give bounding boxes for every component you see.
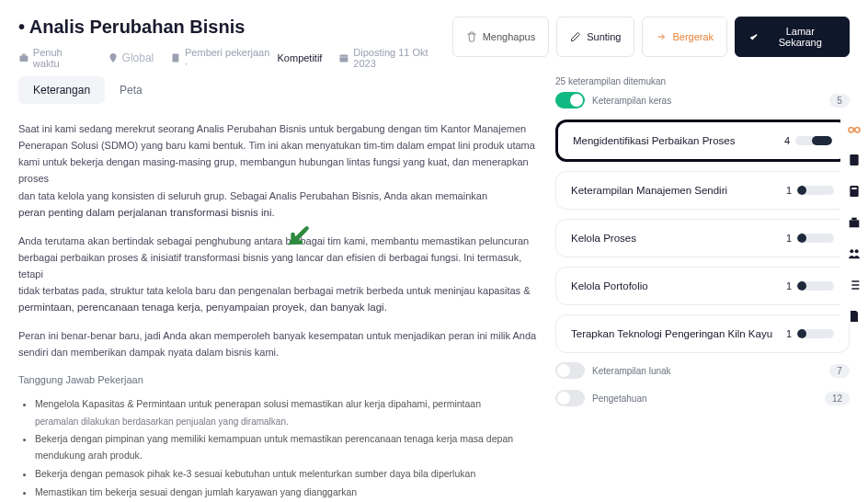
responsibilities-list: Mengelola Kapasitas & Permintaan untuk p… bbox=[18, 396, 537, 502]
job-title: • Analis Perubahan Bisnis bbox=[18, 17, 452, 38]
svg-rect-2 bbox=[340, 55, 348, 63]
edit-button[interactable]: Sunting bbox=[556, 17, 634, 57]
skill-card[interactable]: Kelola Proses 1 bbox=[555, 219, 850, 257]
skill-group-soft[interactable]: Keterampilan lunak 7 bbox=[555, 362, 850, 379]
svg-rect-10 bbox=[851, 188, 856, 189]
toggle-hard-skills[interactable] bbox=[555, 92, 585, 108]
building-icon bbox=[170, 52, 181, 63]
svg-rect-12 bbox=[851, 218, 856, 221]
building-icon[interactable] bbox=[847, 215, 862, 230]
posted-meta: Diposting 11 Okt 2023 bbox=[338, 47, 451, 69]
right-sidebar bbox=[840, 116, 868, 324]
tab-description[interactable]: Keterangan bbox=[18, 76, 105, 104]
skill-scale[interactable] bbox=[795, 136, 832, 145]
pencil-icon bbox=[570, 31, 581, 42]
skill-card[interactable]: Keterampilan Manajemen Sendiri 1 bbox=[555, 171, 850, 210]
svg-rect-9 bbox=[850, 186, 858, 197]
skill-group-hard[interactable]: Keterampilan keras 5 bbox=[555, 92, 850, 108]
job-meta: Penuh waktu Global Pemberi pekerjaan · K… bbox=[18, 47, 452, 69]
svg-rect-11 bbox=[850, 220, 860, 227]
glasses-icon[interactable] bbox=[847, 121, 862, 136]
description-body: Saat ini kami sedang merekrut seorang An… bbox=[18, 120, 537, 502]
file-icon[interactable] bbox=[847, 309, 862, 324]
briefcase-icon bbox=[18, 52, 29, 63]
skill-scale[interactable] bbox=[797, 281, 834, 291]
move-button[interactable]: Bergerak bbox=[642, 17, 727, 57]
svg-point-13 bbox=[850, 249, 853, 253]
arrow-pointer-icon bbox=[287, 224, 311, 248]
apply-button[interactable]: Lamar Sekarang bbox=[735, 17, 850, 57]
arrow-right-icon bbox=[656, 31, 667, 42]
skill-group-knowledge[interactable]: Pengetahuan 12 bbox=[555, 390, 850, 406]
location-meta: Global bbox=[108, 51, 154, 64]
delete-button[interactable]: Menghapus bbox=[452, 17, 550, 57]
employer-meta: Pemberi pekerjaan · Kompetitif bbox=[170, 47, 322, 69]
svg-line-5 bbox=[295, 231, 305, 241]
svg-point-14 bbox=[855, 249, 859, 253]
pin-icon bbox=[108, 52, 119, 63]
skill-card[interactable]: Kelola Portofolio 1 bbox=[555, 267, 850, 305]
schedule-meta: Penuh waktu bbox=[18, 47, 91, 69]
calculator-icon[interactable] bbox=[847, 184, 862, 199]
svg-point-7 bbox=[855, 128, 860, 132]
svg-rect-0 bbox=[19, 56, 28, 62]
list-icon[interactable] bbox=[847, 278, 862, 292]
svg-point-6 bbox=[849, 128, 853, 132]
skill-scale[interactable] bbox=[797, 234, 834, 243]
skill-card[interactable]: Mengidentifikasi Perbaikan Proses 4 bbox=[555, 120, 850, 162]
check-icon bbox=[748, 31, 759, 42]
toggle-knowledge[interactable] bbox=[555, 390, 585, 406]
skills-count: 25 keterampilan ditemukan bbox=[555, 76, 850, 86]
document-icon[interactable] bbox=[847, 153, 862, 167]
toggle-soft-skills[interactable] bbox=[555, 362, 585, 379]
trash-icon bbox=[466, 31, 477, 42]
skill-scale[interactable] bbox=[797, 329, 834, 338]
svg-rect-1 bbox=[173, 54, 179, 63]
tabs: Keterangan Peta bbox=[18, 76, 537, 104]
svg-rect-8 bbox=[850, 154, 858, 165]
skill-card[interactable]: Terapkan Teknologi Pengeringan Kiln Kayu… bbox=[555, 314, 850, 353]
team-icon[interactable] bbox=[847, 246, 862, 261]
skill-scale[interactable] bbox=[797, 186, 834, 195]
tab-map[interactable]: Peta bbox=[105, 76, 157, 104]
calendar-icon bbox=[338, 52, 349, 63]
responsibilities-heading: Tanggung Jawab Pekerjaan bbox=[18, 371, 537, 388]
